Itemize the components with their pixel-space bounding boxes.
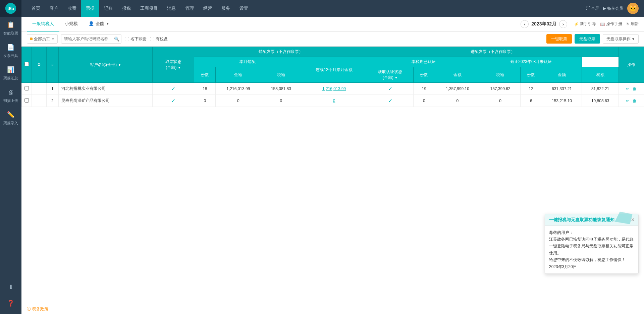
row-purchase-cert-status: ✓ (367, 83, 413, 95)
tab-all-icon: 👤 (89, 21, 94, 26)
sidebar-item-smart-fetch-label: 智能取票 (3, 31, 18, 36)
row-purchase-cert-status: ✓ (367, 95, 413, 107)
row-purchase-uncert-tax: 19,808.63 (582, 95, 619, 107)
manual-icon: 📖 (600, 22, 605, 26)
nav-fee[interactable]: 收费 (63, 0, 81, 17)
newbie-guide-button[interactable]: ⚡ 新手引导 (574, 21, 596, 27)
row-sales-amount: 1,216,013.99 (216, 83, 261, 95)
member-icon: ▶ (603, 6, 606, 11)
nav-message[interactable]: 消息 (162, 0, 180, 17)
refresh-icon: ↻ (626, 22, 630, 26)
member-button[interactable]: ▶ 畅享会员 (603, 6, 623, 11)
cert-status-icon: ✓ (388, 98, 392, 104)
sidebar-item-invoice-summary[interactable]: 📊 票据汇总 (0, 62, 21, 84)
search-icon[interactable]: 🔍 (114, 37, 119, 42)
sidebar-download-icon[interactable]: ⬇ (0, 280, 21, 294)
customer-filter-icon[interactable]: ▼ (118, 63, 121, 67)
tab-small-scale[interactable]: 小规模 (59, 17, 83, 32)
nav-customer[interactable]: 客户 (45, 0, 63, 17)
cert-status-filter-icon[interactable]: ▼ (394, 76, 398, 79)
sidebar: tEa 📋 智能取票 📄 发票开具 📊 票据汇总 🖨 扫描上传 ✏️ 票据录入 … (0, 0, 21, 314)
tax-policy-link[interactable]: 税务政策 (32, 306, 48, 312)
one-click-fetch-button[interactable]: 一键取票 (546, 34, 572, 44)
month-navigation: ‹ 2023年02月 › (521, 20, 567, 28)
circle-icon: ⓘ (27, 306, 31, 312)
filter-bar-right: 一键取票 无盘取票 无盘取票操作 ▼ (546, 34, 639, 44)
nav-operation[interactable]: 经营 (199, 0, 217, 17)
delete-icon[interactable]: 🗑 (633, 99, 637, 103)
svg-marker-2 (615, 211, 633, 224)
main-table: ⚙ # 客户名称(全部) ▼ 取票状态(全部) ▼ 销项发票（不含作废票） (21, 47, 644, 107)
th-purchase-count: 份数 (414, 67, 435, 83)
employee-filter[interactable]: 全部员工 ▼ (27, 34, 58, 44)
edit-icon[interactable]: ✏ (626, 99, 629, 103)
tab-all[interactable]: 👤 全能 ▼ (83, 17, 115, 32)
row-checkbox-cell[interactable] (22, 95, 32, 107)
th-number: # (46, 47, 59, 83)
refresh-button[interactable]: ↻ 刷新 (626, 21, 639, 27)
sidebar-item-invoice-open-label: 发票开具 (3, 53, 18, 58)
row-sales-12month[interactable]: 0 (301, 95, 367, 107)
sidebar-item-scan-upload[interactable]: 🖨 扫描上传 (0, 84, 21, 107)
th-settings: ⚙ (32, 47, 47, 83)
row-checkbox[interactable] (24, 98, 29, 103)
row-sales-12month[interactable]: 1,216,013.99 (301, 83, 367, 95)
th-customer-name: 客户名称(全部) ▼ (59, 47, 153, 83)
nav-invoice[interactable]: 票据 (81, 0, 99, 17)
fullscreen-button[interactable]: ⛶ 全屏 (586, 6, 599, 11)
guide-icon: ⚡ (574, 22, 579, 26)
nav-business[interactable]: 工商项目 (136, 0, 162, 17)
nav-management[interactable]: 管理 (180, 0, 199, 17)
customer-search-input[interactable] (61, 34, 121, 44)
row-purchase-tax: 157,399.62 (480, 83, 521, 95)
nav-tax[interactable]: 报税 (117, 0, 136, 17)
user-avatar[interactable]: 🐱 (627, 3, 639, 14)
tax-disk-checkbox-label[interactable]: 有税盘 (150, 36, 168, 42)
th-fetch-status: 取票状态(全部) ▼ (153, 47, 194, 83)
delete-icon[interactable]: 🗑 (633, 86, 637, 91)
th-sales-amount: 金额 (216, 67, 261, 83)
row-checkbox-cell[interactable] (22, 83, 32, 95)
sidebar-bottom: ⬇ ❓ (0, 280, 21, 314)
tab-bar-center: ‹ 2023年02月 › (521, 20, 567, 28)
row-purchase-count: 0 (414, 95, 435, 107)
topnav-right: ⛶ 全屏 ▶ 畅享会员 🐱 (586, 3, 639, 14)
notification-popup: 一键报税与无盘取票功能恢复通知 × 尊敬的用户： 江苏政务网已恢复访问电子税务局… (545, 214, 639, 274)
no-disk-operations-button[interactable]: 无盘取票操作 ▼ (603, 34, 639, 44)
sidebar-help-icon[interactable]: ❓ (0, 297, 21, 310)
sidebar-item-invoice-entry[interactable]: ✏️ 票据录入 (0, 107, 21, 129)
row-number: 2 (46, 95, 59, 107)
row-checkbox[interactable] (24, 86, 29, 90)
sidebar-item-smart-fetch[interactable]: 📋 智能取票 (0, 17, 21, 39)
th-purchase-uncert-count: 份数 (520, 67, 542, 83)
status-filter-icon[interactable]: ▼ (177, 66, 181, 69)
sidebar-item-invoice-entry-label: 票据录入 (3, 121, 18, 126)
account-checkbox-label[interactable]: 名下账套 (125, 36, 147, 42)
row-customer-name: 灵寿县尚泽矿产品有限公司 (59, 95, 153, 107)
no-disk-fetch-button[interactable]: 无盘取票 (575, 34, 600, 44)
account-checkbox[interactable] (125, 37, 129, 41)
edit-icon[interactable]: ✏ (626, 86, 629, 91)
th-sales-count: 份数 (194, 67, 216, 83)
tab-general-taxpayer[interactable]: 一般纳税人 (27, 17, 59, 32)
row-sales-amount: 0 (216, 95, 261, 107)
nav-settings[interactable]: 设置 (235, 0, 253, 17)
select-all-checkbox[interactable] (24, 62, 29, 66)
nav-service[interactable]: 服务 (217, 0, 235, 17)
nav-home[interactable]: 首页 (27, 0, 45, 17)
sidebar-item-invoice-open[interactable]: 📄 发票开具 (0, 39, 21, 62)
row-purchase-uncert-count: 6 (520, 95, 542, 107)
prev-month-button[interactable]: ‹ (521, 20, 529, 28)
settings-icon[interactable]: ⚙ (37, 62, 41, 67)
app-logo[interactable]: tEa (0, 0, 21, 17)
row-purchase-amount: 0 (435, 95, 480, 107)
manual-button[interactable]: 📖 操作手册 (600, 21, 622, 27)
nav-accounting[interactable]: 记账 (99, 0, 117, 17)
th-purchase-uncert-tax: 税额 (582, 67, 619, 83)
next-month-button[interactable]: › (559, 20, 567, 28)
row-purchase-tax: 0 (480, 95, 521, 107)
row-purchase-count: 19 (414, 83, 435, 95)
row-sales-tax: 0 (261, 95, 301, 107)
tax-disk-checkbox[interactable] (150, 37, 154, 41)
filter-bar: 全部员工 ▼ 🔍 名下账套 有税盘 一键取票 无盘取票 无盘取票操作 ▼ (21, 32, 644, 47)
